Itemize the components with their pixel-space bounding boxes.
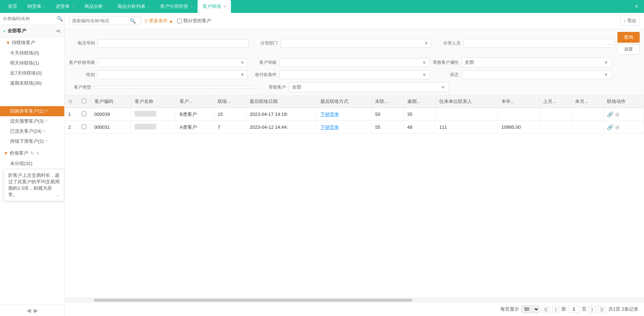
my-customers-checkbox[interactable]	[177, 19, 182, 23]
col-code[interactable]: 客户编码	[91, 95, 131, 108]
action-link-icon-2[interactable]: 🔗	[607, 124, 613, 130]
payment-select[interactable]: ▼	[279, 70, 430, 79]
sidebar-next-arrow[interactable]: ▶	[34, 307, 38, 314]
select-all-checkbox[interactable]	[82, 99, 86, 103]
person-select[interactable]: ...	[463, 39, 615, 48]
col-contact-count[interactable]: 联络...	[214, 95, 246, 108]
nav-tab-sales[interactable]: 销货单 ×	[22, 0, 51, 13]
col-type[interactable]: 客户...	[176, 95, 214, 108]
col-this-year[interactable]: 本年...	[497, 95, 539, 108]
sidebar-item-lostwarning[interactable]: 流失预警客户(3) ?	[0, 116, 64, 126]
top-nav: 首页 销货单 × 进货单 × 商品分析 × 商品分析列表 × 客户分层经营 × …	[0, 0, 644, 13]
cell-last-method-1: 下销货单	[316, 108, 371, 121]
tooltip-more[interactable]: ...	[56, 192, 60, 197]
last-page-btn[interactable]: ⟩⟩	[598, 306, 606, 313]
all-customers-toggle[interactable]: ▪	[4, 28, 5, 34]
horizontal-scrollbar[interactable]	[65, 298, 644, 302]
nav-tab-analysis-list[interactable]: 商品分析列表 ×	[112, 0, 155, 13]
pending-contact-group[interactable]: ▼ 待联络客户	[0, 37, 64, 48]
price-level-select[interactable]: ▼	[98, 58, 248, 67]
sidebar-collapse-icon[interactable]: ≪	[56, 28, 61, 34]
customer-type-select[interactable]	[94, 85, 252, 89]
retail-customer-select[interactable]: 全部 ▼	[289, 82, 448, 92]
first-page-btn[interactable]: ⟨⟨	[542, 306, 550, 313]
close-analysis-tab[interactable]: ×	[105, 4, 107, 9]
col-no-contact[interactable]: 未联...	[371, 95, 403, 108]
sidebar-item-abnormal[interactable]: 回购异常客户(2) ?	[0, 106, 64, 116]
customer-search-input[interactable]	[72, 18, 130, 23]
col-overdue[interactable]: 逾期...	[403, 95, 435, 108]
value-customers-group[interactable]: ▼ 价值客户 ↻ ✎	[0, 148, 64, 159]
sidebar-item-tomorrow[interactable]: 明天待联络(1)	[0, 58, 64, 68]
close-customer-mgmt-tab[interactable]: ×	[190, 4, 193, 9]
page-number-input[interactable]	[568, 306, 580, 313]
customer-table: ⚙ 客户编码 客户名称 客户...	[65, 95, 644, 134]
customer-level-select[interactable]: ▼	[279, 58, 430, 67]
value-group-edit-icon[interactable]: ✎	[36, 151, 40, 156]
export-button[interactable]: ↑ 导出	[620, 16, 640, 26]
sidebar-item-unclassified[interactable]: 未分组(32)	[0, 159, 64, 169]
nav-tab-customer-mgmt[interactable]: 客户分层经营 ×	[155, 0, 198, 13]
col-last-date[interactable]: 最后联络日期	[246, 95, 316, 108]
abnormal-info-icon: ?	[45, 109, 47, 113]
cell-overdue-2: 48	[403, 121, 435, 134]
action-qr-icon-1[interactable]: ⊞	[615, 112, 620, 117]
table-settings-icon[interactable]: ⚙	[68, 99, 73, 104]
status-select[interactable]: ▼	[462, 70, 612, 79]
filter-retail-customer-field: 零散客户 全部 ▼	[260, 82, 448, 92]
nav-tab-analysis[interactable]: 商品分析 ×	[79, 0, 112, 13]
close-purchase-tab[interactable]: ×	[72, 4, 74, 9]
col-settings: ⚙	[65, 95, 78, 108]
customer-search-icon[interactable]: 🔍	[130, 18, 136, 24]
close-customer-contact-tab[interactable]: ×	[223, 4, 226, 9]
settings-button[interactable]: 设置	[617, 44, 640, 55]
cell-last-date-1: 2023-04-17 14:19:	[246, 108, 316, 121]
value-group-refresh-icon[interactable]: ↻	[31, 151, 34, 156]
sidebar-item-7days[interactable]: 近7天待联络(0)	[0, 68, 64, 78]
nav-tab-customer-contact[interactable]: 客户联络 ×	[198, 0, 231, 13]
prev-page-btn[interactable]: ⟨	[552, 306, 559, 313]
dept-select[interactable]: ▼	[281, 39, 432, 48]
sidebar-item-lost[interactable]: 已流失客户(24) ?	[0, 126, 64, 136]
query-button[interactable]: 查询	[617, 32, 640, 43]
cell-type-2: A类客户	[176, 121, 214, 134]
col-this-month[interactable]: 本月...	[571, 95, 603, 108]
sidebar-search-input[interactable]	[3, 16, 57, 21]
data-table-wrap: ⚙ 客户编码 客户名称 客户...	[65, 95, 644, 298]
table-row: 1 000039 B类客户	[65, 108, 644, 121]
col-contact-person[interactable]: 往来单位联系人	[435, 95, 497, 108]
retail-attr-select[interactable]: 全部 ▼	[462, 57, 612, 67]
cell-contact-person-1	[435, 108, 497, 121]
action-link-icon-1[interactable]: 🔗	[607, 112, 613, 117]
phone-input[interactable]	[98, 39, 249, 48]
filter-customer-level-field: 客户等级 ▼	[251, 58, 430, 67]
cell-this-month-2	[571, 121, 603, 134]
more-conditions-btn[interactable]: ▽ 更多条件 ▲	[144, 18, 173, 24]
cell-overdue-1: 35	[403, 108, 435, 121]
col-last-method[interactable]: 最后联络方式	[316, 95, 371, 108]
next-page-btn[interactable]: ⟩	[589, 306, 596, 313]
sidebar-item-today[interactable]: 今天待联络(0)	[0, 48, 64, 58]
window-close-button[interactable]: ×	[632, 3, 641, 10]
sidebar-item-declining[interactable]: 持续下滑客户(2) ?	[0, 136, 64, 146]
close-analysis-list-tab[interactable]: ×	[148, 4, 150, 9]
gender-select[interactable]: ▼	[98, 70, 248, 79]
nav-tab-home[interactable]: 首页	[3, 0, 22, 13]
close-sales-tab[interactable]: ×	[43, 4, 46, 9]
horizontal-scrollbar-thumb[interactable]	[94, 299, 412, 302]
action-qr-icon-2[interactable]: ⊞	[615, 124, 620, 130]
col-name[interactable]: 客户名称	[131, 95, 176, 108]
nav-tab-purchase[interactable]: 进货单 ×	[51, 0, 79, 13]
per-page-select[interactable]: 50 100 200	[521, 305, 539, 313]
cell-checkbox-2	[78, 121, 91, 134]
sidebar-prev-arrow[interactable]: ◀	[27, 307, 31, 314]
sidebar-search-icon[interactable]: 🔍	[57, 16, 63, 22]
col-last-month[interactable]: 上月...	[539, 95, 571, 108]
cell-this-month-1	[571, 108, 603, 121]
row-checkbox-1[interactable]	[82, 112, 86, 116]
sidebar-item-overdue[interactable]: 逾期未联络(30)	[0, 78, 64, 88]
pending-contact-arrow: ▼	[6, 40, 10, 46]
filter-phone-field: 电话号码	[69, 39, 249, 48]
cell-last-month-2	[539, 121, 571, 134]
row-checkbox-2[interactable]	[82, 124, 86, 129]
